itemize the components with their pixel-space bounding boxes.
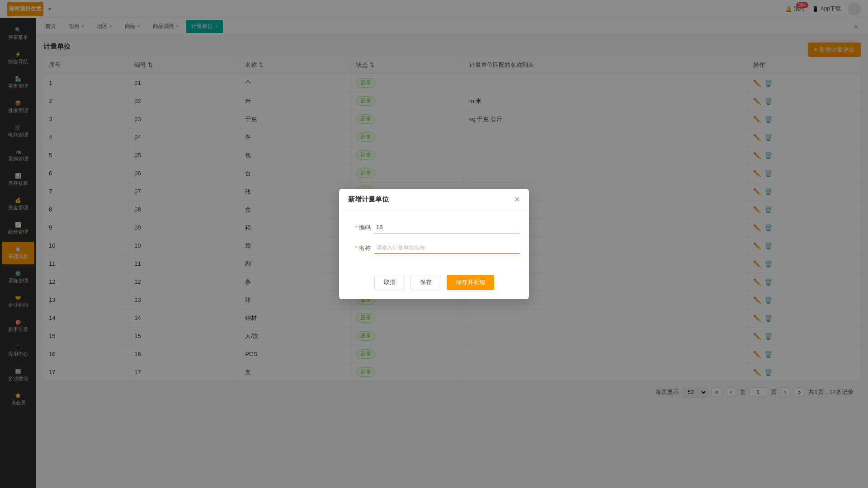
name-required-mark: * (355, 244, 357, 251)
code-required-mark: * (355, 224, 357, 231)
modal-overlay[interactable]: 新增计量单位 ✕ * 编码 * 名称 取消 保存 保存并新增 (0, 0, 868, 488)
save-button[interactable]: 保存 (410, 275, 441, 290)
name-label: * 名称 (348, 244, 371, 252)
code-label: * 编码 (348, 224, 371, 232)
modal-footer: 取消 保存 保存并新增 (339, 269, 529, 299)
code-field-row: * 编码 (348, 221, 520, 234)
name-input[interactable] (374, 242, 520, 254)
save-and-add-button[interactable]: 保存并新增 (447, 275, 494, 290)
name-field-row: * 名称 (348, 242, 520, 254)
cancel-button[interactable]: 取消 (374, 275, 405, 290)
modal-title: 新增计量单位 (348, 195, 389, 204)
modal-header: 新增计量单位 ✕ (339, 189, 529, 211)
modal-body: * 编码 * 名称 (339, 211, 529, 269)
code-input[interactable] (374, 221, 520, 234)
add-unit-modal: 新增计量单位 ✕ * 编码 * 名称 取消 保存 保存并新增 (339, 189, 529, 299)
modal-close-button[interactable]: ✕ (514, 195, 520, 204)
